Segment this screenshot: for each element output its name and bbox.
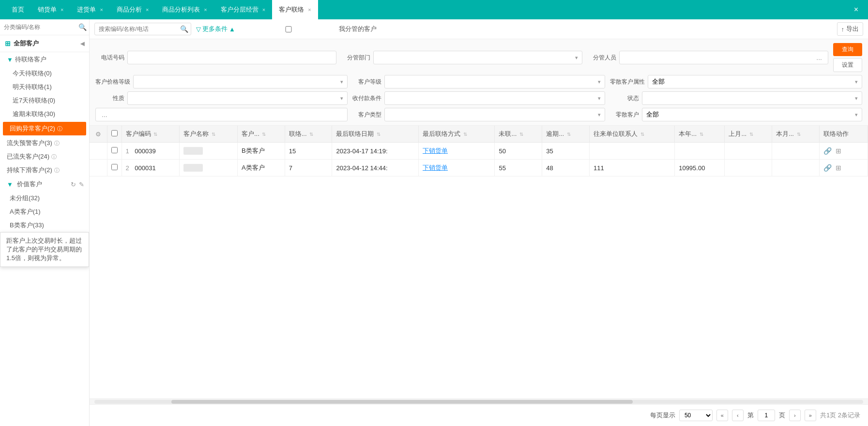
manager-input[interactable]: ...: [619, 51, 828, 64]
sidebar-item-class-b[interactable]: B类客户(33): [0, 219, 89, 232]
info-icon-declining[interactable]: ⓘ: [54, 167, 60, 174]
row1-link-icon[interactable]: 🔗: [823, 147, 832, 155]
sort-name-icon[interactable]: ⇅: [212, 132, 215, 137]
payment-select[interactable]: ▾: [384, 91, 605, 105]
info-icon-churned[interactable]: ⓘ: [51, 153, 57, 161]
dept-select[interactable]: ▾: [373, 51, 582, 64]
table-settings-icon[interactable]: ⚙: [95, 131, 101, 138]
row1-select-checkbox[interactable]: [111, 147, 118, 153]
sort-contacts-icon[interactable]: ⇅: [640, 132, 644, 137]
info-icon-repurchase[interactable]: ⓘ: [57, 125, 62, 132]
row1-checkbox: [107, 143, 122, 160]
sort-uncontacted-icon[interactable]: ⇅: [519, 132, 523, 137]
table-row: 2 000031 A类客户 7 2023-04-12 14:44: 下销货单: [90, 160, 868, 176]
dept-field: 分管部门 ▾: [341, 51, 582, 64]
sort-type-icon[interactable]: ⇅: [262, 132, 266, 137]
export-button[interactable]: ↑ 导出: [837, 22, 864, 36]
main-search-input[interactable]: [94, 23, 191, 35]
sort-year-icon[interactable]: ⇅: [700, 132, 703, 137]
sidebar-value-group[interactable]: ▼ 价值客户 ↻ ✎: [0, 177, 89, 191]
sort-thismonth-icon[interactable]: ⇅: [797, 132, 801, 137]
arrow-down-icon-value: ▼: [7, 181, 13, 188]
nav-close-product-analysis[interactable]: ×: [146, 0, 149, 19]
phone-input[interactable]: [127, 51, 336, 64]
row1-this-year: [675, 143, 725, 160]
nav-close-customer-contact[interactable]: ×: [308, 0, 311, 19]
more-conditions-btn[interactable]: ▽ 更多条件 ▲: [196, 25, 235, 33]
manager-field: 分管人员 ...: [587, 51, 828, 64]
row2-grid-icon[interactable]: ⊞: [836, 164, 841, 172]
last-page-btn[interactable]: »: [805, 410, 816, 421]
sidebar-item-tomorrow[interactable]: 明天待联络(1): [0, 80, 89, 94]
row2-select-checkbox[interactable]: [111, 164, 118, 170]
next-page-btn[interactable]: ›: [789, 410, 801, 421]
row1-contact-count: 15: [285, 143, 332, 160]
my-customers-checkbox[interactable]: [240, 26, 337, 32]
horizontal-scrollbar[interactable]: [90, 398, 868, 404]
prev-page-btn[interactable]: ‹: [732, 410, 744, 421]
app-close-button[interactable]: ×: [849, 5, 863, 14]
info-icon-churn-warning[interactable]: ⓘ: [54, 140, 60, 147]
sidebar-item-7days[interactable]: 近7天待联络(0): [0, 94, 89, 107]
page-number-input[interactable]: [758, 410, 775, 421]
customer-table: ⚙ 客户编码 ⇅ 客户名称 ⇅: [90, 126, 868, 176]
row1-grid-icon[interactable]: ⊞: [836, 147, 841, 155]
status-select[interactable]: ▾: [642, 91, 862, 105]
nav-item-customer-tier[interactable]: 客户分层经营 ×: [214, 0, 272, 19]
nav-close-sales[interactable]: ×: [61, 0, 63, 19]
select-all-checkbox[interactable]: [111, 130, 118, 136]
sidebar-item-repurchase-anomaly[interactable]: 回购异常客户(2) ⓘ: [3, 122, 86, 135]
sidebar-all-customers[interactable]: ⊞ 全部客户 ◀: [0, 35, 89, 52]
price-level-select[interactable]: ▾: [133, 75, 348, 88]
nav-item-customer-contact[interactable]: 客户联络 ×: [272, 0, 318, 19]
sidebar-search-input[interactable]: [4, 24, 76, 30]
retail-attr-select[interactable]: 全部 ▾: [648, 75, 862, 88]
nav-close-product-list[interactable]: ×: [204, 0, 207, 19]
nav-item-product-list[interactable]: 商品分析列表 ×: [155, 0, 213, 19]
row2-link-icon[interactable]: 🔗: [823, 164, 832, 172]
sidebar-item-class-a[interactable]: A类客户(1): [0, 205, 89, 219]
edit-icon[interactable]: ✎: [79, 181, 84, 188]
first-page-btn[interactable]: «: [716, 410, 728, 421]
settings-button[interactable]: 设置: [833, 58, 862, 72]
main-search-icon[interactable]: 🔍: [180, 25, 188, 33]
nav-item-purchase[interactable]: 进货单 ×: [70, 0, 109, 19]
scroll-thumb[interactable]: [171, 400, 633, 404]
gender-dropdown-icon: ▾: [340, 95, 343, 102]
retail-customer-select[interactable]: 全部 ▾: [642, 108, 862, 121]
row1-this-month: [772, 143, 820, 160]
sort-code-icon[interactable]: ⇅: [153, 132, 157, 137]
sidebar-collapse-icon[interactable]: ◀: [80, 41, 84, 47]
sidebar-item-ungrouped[interactable]: 未分组(32): [0, 191, 89, 205]
nav-item-home[interactable]: 首页: [5, 0, 31, 19]
nav-item-sales[interactable]: 销货单 ×: [31, 0, 70, 19]
refresh-icon[interactable]: ↻: [71, 181, 76, 188]
col-contacts: 往来单位联系人 ⇅: [589, 126, 674, 143]
page-size-select[interactable]: 50 20 100: [679, 410, 713, 421]
sort-date-icon[interactable]: ⇅: [377, 132, 381, 137]
sidebar-search-icon[interactable]: 🔍: [78, 23, 87, 31]
my-customers-filter[interactable]: 我分管的客户: [240, 25, 377, 33]
sidebar-item-churn-warning[interactable]: 流失预警客户(3) ⓘ: [0, 136, 89, 150]
sidebar-item-churned[interactable]: 已流失客户(24) ⓘ: [0, 150, 89, 163]
dots-input[interactable]: ...: [95, 108, 348, 121]
nav-close-customer-tier[interactable]: ×: [262, 0, 265, 19]
sort-overdue-icon[interactable]: ⇅: [567, 132, 571, 137]
sidebar-item-declining[interactable]: 持续下滑客户(2) ⓘ: [0, 163, 89, 177]
sort-contact-icon[interactable]: ⇅: [309, 132, 313, 137]
customer-type-select[interactable]: ▾: [384, 108, 605, 121]
filter-row-1: 电话号码 分管部门 ▾ 分管人员 ...: [95, 43, 862, 72]
sidebar-item-today[interactable]: 今天待联络(0): [0, 67, 89, 80]
sort-method-icon[interactable]: ⇅: [463, 132, 467, 137]
nav-item-product-analysis[interactable]: 商品分析 ×: [110, 0, 155, 19]
sidebar-pending-group[interactable]: ▼ 待联络客户: [0, 52, 89, 67]
customer-level-select[interactable]: ▾: [384, 75, 605, 88]
gender-select[interactable]: ▾: [127, 91, 348, 105]
nav-close-purchase[interactable]: ×: [100, 0, 103, 19]
query-button[interactable]: 查询: [833, 43, 862, 56]
action-buttons: 查询 设置: [833, 43, 862, 72]
manager-dots[interactable]: ...: [814, 54, 824, 61]
sidebar-item-overdue[interactable]: 逾期未联络(30): [0, 107, 89, 121]
sort-lastmonth-icon[interactable]: ⇅: [749, 132, 753, 137]
dots-btn[interactable]: ...: [100, 111, 109, 118]
